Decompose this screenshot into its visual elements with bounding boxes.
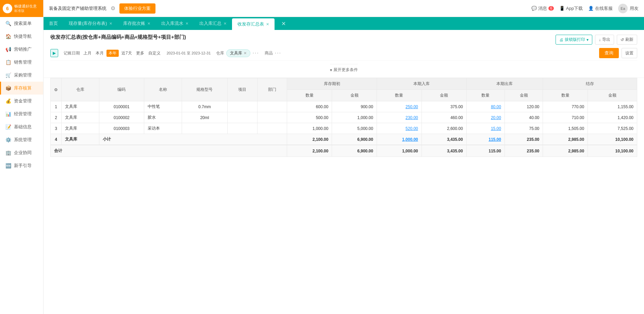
row2-in-qty[interactable]: 230.00 (377, 112, 422, 123)
tab-receipt-summary[interactable]: 收发存汇总表 ✕ (232, 18, 275, 30)
trial-button[interactable]: 体验行业方案 (119, 3, 155, 14)
query-button[interactable]: 查询 (599, 48, 619, 58)
tab-close-batch[interactable]: ✕ (147, 21, 150, 26)
row2-open-qty: 500.00 (287, 112, 332, 123)
export-button[interactable]: ↓ 导出 (595, 35, 614, 45)
table-row: 3 文具库 0100003 采访本 1,000.00 5,000.00 520.… (51, 123, 637, 134)
page-wrapper: 收发存汇总表(按仓库+商品编码+商品+规格型号+项目+部门) 🖨 拔锁版打印 ▾… (44, 30, 644, 314)
col-code-header: 编码 (99, 78, 144, 101)
row2-no: 2 (51, 112, 62, 123)
row1-project (228, 101, 258, 112)
user-area[interactable]: Ea 用友 (618, 4, 639, 13)
sidebar-item-inventory[interactable]: 📦 库存核算 (0, 82, 43, 95)
sidebar-item-purchase[interactable]: 🛒 采购管理 (0, 69, 43, 82)
row1-spec: 0.7mm (182, 101, 227, 112)
expand-conditions-button[interactable]: ▾ 展开更多条件 (330, 64, 358, 73)
row1-open-amt: 900.00 (332, 101, 377, 112)
col-opening-header: 库存期初 (287, 78, 377, 90)
notification-area[interactable]: 💬 消息 6 (531, 5, 554, 12)
sidebar-item-search[interactable]: 🔍 搜索菜单 (0, 17, 43, 30)
row3-dept (257, 123, 287, 134)
col-settings-header[interactable]: ⚙ (51, 78, 62, 101)
tab-close-stock-dist[interactable]: ✕ (109, 21, 112, 26)
row3-warehouse: 文具库 (62, 123, 99, 134)
row1-out-qty[interactable]: 80.00 (466, 101, 505, 112)
row3-close-amt: 7,525.00 (588, 123, 637, 134)
warehouse-dots[interactable]: ··· (252, 50, 259, 56)
tab-flow[interactable]: 出入库流水 ✕ (156, 18, 194, 29)
sidebar-item-operation[interactable]: 📊 经营管理 (0, 108, 43, 120)
header-settings-icon[interactable]: ⚙ (111, 5, 115, 12)
refresh-button[interactable]: ↺ 刷新 (617, 35, 637, 45)
total-in-amt: 3,435.00 (422, 145, 466, 157)
top-header: 装备及固定资产辅助管理系统 ⚙ 体验行业方案 💬 消息 6 📱 App下载 👤 … (44, 0, 644, 17)
goods-dots[interactable]: ··· (275, 50, 281, 56)
subtotal-out-qty[interactable]: 115.00 (466, 134, 505, 145)
tab-close-receipt[interactable]: ✕ (266, 22, 269, 27)
col-name-header: 名称 (144, 78, 182, 101)
col-close-amt-header: 金额 (588, 90, 637, 101)
refresh-icon: ↺ (621, 37, 624, 42)
tab-batch[interactable]: 库存批次账 ✕ (118, 18, 156, 29)
sidebar-header: 6 畅捷通好生意 标准版 (0, 0, 43, 17)
row3-code: 0100003 (99, 123, 144, 134)
tab-summary-inout[interactable]: 出入库汇总 ✕ (194, 18, 232, 29)
date-shortcuts: 上月 本月 本年 近7天 更多 自定义 (82, 50, 162, 57)
filter-toggle-button[interactable]: ▶ (50, 49, 58, 57)
sidebar-item-basic[interactable]: 📝 基础信息 (0, 120, 43, 133)
shortcut-last-month[interactable]: 上月 (82, 50, 93, 57)
shortcut-more[interactable]: 更多 (135, 50, 146, 57)
print-button[interactable]: 🖨 拔锁版打印 ▾ (556, 35, 592, 45)
settings-button[interactable]: 设置 (622, 48, 637, 58)
table-settings-icon[interactable]: ⚙ (54, 87, 58, 92)
row2-close-qty: 710.00 (543, 112, 588, 123)
summary-table: ⚙ 仓库 编码 名称 规格型号 项目 部门 库存期初 本期入库 本期出库 结存 (50, 78, 637, 157)
row2-in-amt: 460.00 (422, 112, 466, 123)
tab-close-all[interactable]: ✕ (277, 20, 290, 27)
sidebar-item-system[interactable]: ⚙️ 系统管理 (0, 133, 43, 146)
sidebar-item-marketing[interactable]: 📢 营销推广 (0, 43, 43, 56)
tab-home[interactable]: 首页 (44, 18, 63, 29)
shortcut-7days[interactable]: 近7天 (120, 50, 133, 57)
online-service-link[interactable]: 👤 在线客服 (588, 5, 613, 12)
row3-out-qty[interactable]: 15.00 (466, 123, 505, 134)
notification-label: 消息 (538, 5, 547, 12)
row3-no: 3 (51, 123, 62, 134)
shortcut-this-year[interactable]: 本年 (106, 50, 119, 57)
notification-icon: 💬 (531, 6, 537, 11)
tab-stock-dist[interactable]: 现存量(库存分布表) ✕ (63, 18, 118, 29)
sidebar-item-corp[interactable]: 🏢 企业协同 (0, 146, 43, 159)
chevron-down-icon: ▾ (330, 68, 332, 72)
row1-out-amt: 120.00 (505, 101, 543, 112)
goods-label: 商品 (265, 50, 273, 56)
row3-in-amt: 2,600.00 (422, 123, 466, 134)
shortcut-this-month[interactable]: 本月 (94, 50, 105, 57)
total-out-amt: 235.00 (505, 145, 543, 157)
sidebar-item-quick-nav[interactable]: 🏠 快捷导航 (0, 30, 43, 43)
sidebar-nav: 🔍 搜索菜单 🏠 快捷导航 📢 营销推广 📋 销售管理 🛒 采购管理 📦 库存核… (0, 17, 43, 314)
sidebar-item-guide[interactable]: 🆕 新手引导 (0, 159, 43, 172)
tab-close-inout[interactable]: ✕ (224, 21, 227, 26)
row3-open-amt: 5,000.00 (332, 123, 377, 134)
date-range-display: 2023-01-01 至 2023-12-31 (167, 51, 211, 56)
notification-count: 6 (548, 6, 554, 11)
row2-open-amt: 1,000.00 (332, 112, 377, 123)
content-area: 收发存汇总表(按仓库+商品编码+商品+规格型号+项目+部门) 🖨 拔锁版打印 ▾… (44, 30, 644, 314)
row2-out-qty[interactable]: 20.00 (466, 112, 505, 123)
subtotal-in-qty[interactable]: 1,000.00 (377, 134, 422, 145)
warehouse-tag[interactable]: 文具库 ✕ (226, 49, 250, 57)
shortcut-custom[interactable]: 自定义 (147, 50, 162, 57)
tab-close-flow[interactable]: ✕ (185, 21, 188, 26)
row1-in-qty[interactable]: 250.00 (377, 101, 422, 112)
app-download-link[interactable]: 📱 App下载 (559, 5, 583, 12)
row2-spec: 20ml (182, 112, 227, 123)
subtotal-no: 4 (51, 134, 62, 145)
sidebar-item-sales[interactable]: 📋 销售管理 (0, 56, 43, 69)
row3-in-qty[interactable]: 520.00 (377, 123, 422, 134)
row1-warehouse: 文具库 (62, 101, 99, 112)
row3-name: 采访本 (144, 123, 182, 134)
header-left: 装备及固定资产辅助管理系统 ⚙ 体验行业方案 (49, 3, 155, 14)
sidebar-item-finance[interactable]: 💰 资金管理 (0, 95, 43, 108)
export-icon: ↓ (599, 37, 601, 42)
warehouse-tag-remove[interactable]: ✕ (244, 51, 247, 55)
